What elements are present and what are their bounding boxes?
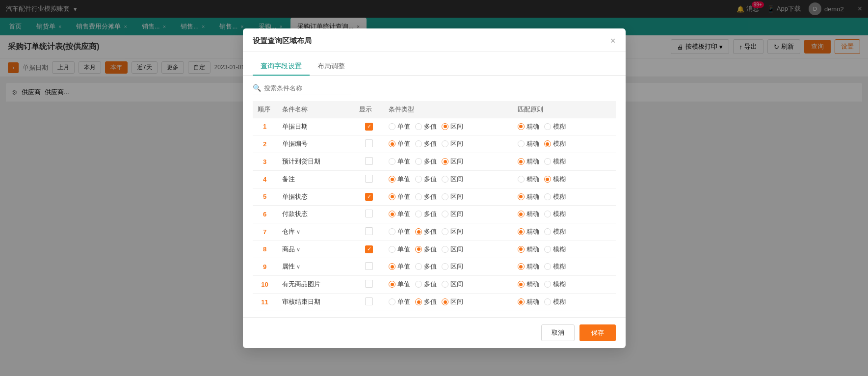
dialog-tab-query-fields[interactable]: 查询字段设置 [253, 58, 310, 76]
match-radio-exact-5[interactable] [518, 193, 525, 200]
match-radio-fuzzy-2[interactable] [544, 140, 551, 147]
type-radio-range-8[interactable] [442, 246, 448, 253]
row-display-5[interactable] [354, 188, 384, 205]
row-display-2[interactable] [354, 135, 384, 153]
type-single-2[interactable]: 单值 [389, 139, 410, 148]
type-radio-single-6[interactable] [389, 211, 395, 217]
match-radio-exact-1[interactable] [518, 123, 525, 130]
match-radio-fuzzy-7[interactable] [544, 228, 551, 235]
match-fuzzy-7[interactable]: 模糊 [544, 227, 566, 236]
display-checkbox-8[interactable] [365, 245, 373, 253]
match-fuzzy-6[interactable]: 模糊 [544, 210, 566, 218]
type-single-5[interactable]: 单值 [389, 192, 410, 201]
display-checkbox-6[interactable] [365, 210, 373, 217]
type-radio-multi-9[interactable] [415, 263, 422, 270]
type-radio-multi-3[interactable] [415, 158, 422, 165]
match-radio-exact-2[interactable] [518, 140, 525, 147]
match-fuzzy-4[interactable]: 模糊 [544, 175, 566, 184]
display-checkbox-3[interactable] [365, 157, 373, 165]
match-radio-exact-7[interactable] [518, 228, 525, 235]
type-radio-range-7[interactable] [442, 228, 448, 235]
type-radio-single-5[interactable] [389, 193, 395, 200]
type-range-3[interactable]: 区间 [442, 157, 463, 166]
match-fuzzy-5[interactable]: 模糊 [544, 192, 566, 201]
type-radio-range-9[interactable] [442, 263, 448, 270]
type-radio-multi-5[interactable] [415, 193, 422, 200]
type-radio-single-3[interactable] [389, 158, 395, 165]
row-display-9[interactable] [354, 258, 384, 273]
type-radio-single-4[interactable] [389, 176, 395, 183]
row-display-8[interactable] [354, 241, 384, 258]
display-checkbox-5[interactable] [365, 193, 373, 201]
type-radio-single-8[interactable] [389, 246, 395, 253]
display-checkbox-2[interactable] [365, 139, 373, 147]
type-radio-range-2[interactable] [442, 140, 448, 147]
match-fuzzy-2[interactable]: 模糊 [544, 139, 566, 148]
type-radio-multi-6[interactable] [415, 211, 422, 217]
type-single-4[interactable]: 单值 [389, 175, 410, 184]
type-single-6[interactable]: 单值 [389, 210, 410, 218]
match-radio-fuzzy-4[interactable] [544, 176, 551, 183]
match-radio-exact-9[interactable] [518, 263, 525, 270]
row-display-7[interactable] [354, 223, 384, 241]
type-radio-range-1[interactable] [442, 123, 448, 130]
type-radio-range-6[interactable] [442, 211, 448, 217]
type-multi-7[interactable]: 多值 [415, 227, 437, 236]
match-radio-fuzzy-9[interactable] [544, 263, 551, 270]
match-radio-exact-6[interactable] [518, 211, 525, 217]
type-radio-multi-4[interactable] [415, 176, 422, 183]
type-radio-multi-7[interactable] [415, 228, 422, 235]
match-fuzzy-3[interactable]: 模糊 [544, 157, 566, 166]
row-display-4[interactable] [354, 170, 384, 188]
type-multi-8[interactable]: 多值 [415, 245, 437, 254]
type-single-8[interactable]: 单值 [389, 245, 410, 254]
match-exact-1[interactable]: 精确 [518, 122, 539, 131]
type-range-9[interactable]: 区间 [442, 262, 463, 271]
type-multi-1[interactable]: 多值 [415, 122, 437, 131]
match-exact-3[interactable]: 精确 [518, 157, 539, 166]
type-radio-single-9[interactable] [389, 263, 395, 270]
display-checkbox-1[interactable] [365, 123, 373, 131]
type-range-1[interactable]: 区间 [442, 122, 463, 131]
type-range-4[interactable]: 区间 [442, 175, 463, 184]
type-single-7[interactable]: 单值 [389, 227, 410, 236]
type-multi-9[interactable]: 多值 [415, 262, 437, 271]
match-fuzzy-1[interactable]: 模糊 [544, 122, 566, 131]
type-multi-6[interactable]: 多值 [415, 210, 437, 218]
match-exact-5[interactable]: 精确 [518, 192, 539, 201]
dialog-close-btn[interactable]: × [610, 36, 616, 45]
match-radio-fuzzy-1[interactable] [544, 123, 551, 130]
match-radio-exact-8[interactable] [518, 246, 525, 253]
type-multi-4[interactable]: 多值 [415, 175, 437, 184]
match-exact-9[interactable]: 精确 [518, 262, 539, 271]
display-checkbox-4[interactable] [365, 175, 373, 183]
match-radio-fuzzy-3[interactable] [544, 158, 551, 165]
display-checkbox-7[interactable] [365, 227, 373, 235]
row-display-1[interactable] [354, 118, 384, 135]
display-checkbox-9[interactable] [365, 262, 373, 270]
match-exact-2[interactable]: 精确 [518, 139, 539, 148]
type-multi-2[interactable]: 多值 [415, 139, 437, 148]
type-radio-range-4[interactable] [442, 176, 448, 183]
type-radio-multi-2[interactable] [415, 140, 422, 147]
match-radio-fuzzy-6[interactable] [544, 211, 551, 217]
match-radio-exact-3[interactable] [518, 158, 525, 165]
match-exact-7[interactable]: 精确 [518, 227, 539, 236]
type-range-8[interactable]: 区间 [442, 245, 463, 254]
type-range-7[interactable]: 区间 [442, 227, 463, 236]
match-exact-8[interactable]: 精确 [518, 245, 539, 254]
condition-search-input[interactable] [261, 83, 351, 93]
type-range-2[interactable]: 区间 [442, 139, 463, 148]
type-range-5[interactable]: 区间 [442, 192, 463, 201]
match-radio-fuzzy-5[interactable] [544, 193, 551, 200]
match-radio-exact-4[interactable] [518, 176, 525, 183]
type-radio-single-2[interactable] [389, 140, 395, 147]
row-display-3[interactable] [354, 153, 384, 170]
match-exact-6[interactable]: 精确 [518, 210, 539, 218]
type-radio-range-3[interactable] [442, 158, 448, 165]
match-fuzzy-9[interactable]: 模糊 [544, 262, 566, 271]
type-single-9[interactable]: 单值 [389, 262, 410, 271]
type-radio-multi-8[interactable] [415, 246, 422, 253]
type-radio-single-7[interactable] [389, 228, 395, 235]
type-radio-range-5[interactable] [442, 193, 448, 200]
